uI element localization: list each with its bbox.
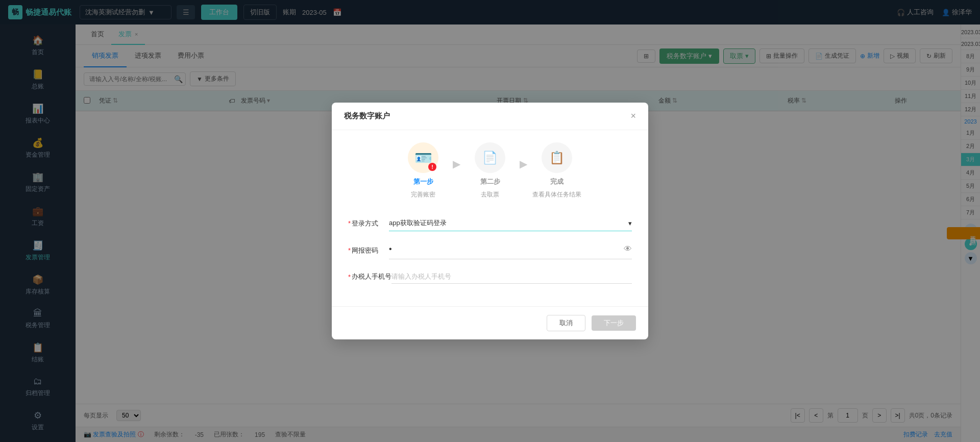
step-3-label: 完成 bbox=[550, 177, 564, 186]
modal-close-button[interactable]: × bbox=[630, 111, 636, 121]
phone-input[interactable] bbox=[391, 269, 632, 284]
tax-digital-account-modal: 税务数字账户 × 🪪 ! 第一步 完善账密 ▶ bbox=[332, 103, 648, 339]
modal-body: 🪪 ! 第一步 完善账密 ▶ 📄 第二步 去取票 ▶ bbox=[332, 130, 648, 306]
login-method-wrap: app获取验证码登录 ▾ bbox=[389, 215, 632, 231]
password-input-wrap: 👁 bbox=[389, 241, 632, 259]
step-1: 🪪 ! 第一步 完善账密 bbox=[398, 142, 449, 199]
cancel-button[interactable]: 取消 bbox=[547, 315, 585, 331]
password-wrap: 👁 bbox=[389, 241, 632, 259]
modal-overlay: 税务数字账户 × 🪪 ! 第一步 完善账密 ▶ bbox=[0, 0, 980, 442]
login-method-row: * 登录方式 app获取验证码登录 ▾ bbox=[348, 215, 632, 231]
password-row: * 网报密码 👁 bbox=[348, 241, 632, 259]
step-2-sub: 去取票 bbox=[481, 190, 499, 199]
step-3-icon: 📋 bbox=[549, 151, 565, 165]
steps-indicator: 🪪 ! 第一步 完善账密 ▶ 📄 第二步 去取票 ▶ bbox=[348, 142, 632, 199]
eye-icon[interactable]: 👁 bbox=[624, 244, 632, 254]
phone-row: * 办税人手机号 bbox=[348, 269, 632, 284]
step-1-badge: ! bbox=[428, 163, 436, 171]
step-arrow-1: ▶ bbox=[453, 158, 460, 184]
chevron-down-icon: ▾ bbox=[628, 219, 632, 227]
step-1-circle: 🪪 ! bbox=[408, 142, 438, 173]
step-2-icon: 📄 bbox=[482, 151, 498, 165]
login-method-select[interactable]: app获取验证码登录 ▾ bbox=[389, 215, 632, 231]
login-method-label: * 登录方式 bbox=[348, 219, 389, 228]
step-2: 📄 第二步 去取票 bbox=[464, 142, 516, 199]
modal-footer: 取消 下一步 bbox=[332, 306, 648, 339]
step-2-label: 第二步 bbox=[480, 177, 500, 186]
password-input[interactable] bbox=[389, 241, 624, 257]
next-button[interactable]: 下一步 bbox=[592, 315, 636, 331]
password-label: * 网报密码 bbox=[348, 246, 389, 255]
step-3: 📋 完成 查看具体任务结果 bbox=[531, 142, 582, 199]
step-2-circle: 📄 bbox=[475, 142, 505, 173]
step-arrow-2: ▶ bbox=[520, 158, 527, 184]
step-1-sub: 完善账密 bbox=[411, 190, 435, 199]
step-3-sub: 查看具体任务结果 bbox=[532, 190, 581, 199]
modal-title: 税务数字账户 bbox=[344, 111, 390, 121]
phone-wrap bbox=[391, 269, 632, 284]
step-3-circle: 📋 bbox=[542, 142, 572, 173]
step-1-label: 第一步 bbox=[413, 177, 433, 186]
phone-label: * 办税人手机号 bbox=[348, 272, 391, 281]
modal-header: 税务数字账户 × bbox=[332, 103, 648, 130]
